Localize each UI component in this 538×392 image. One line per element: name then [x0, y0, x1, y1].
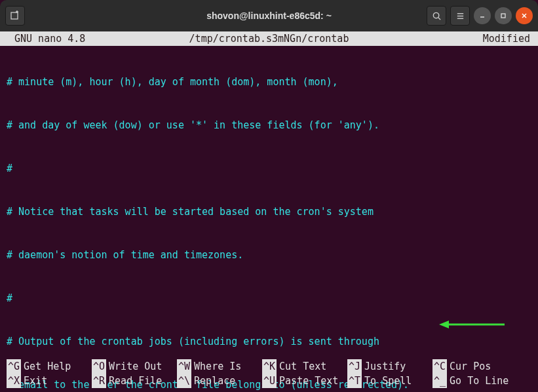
- nano-footer: ^GGet Help ^OWrite Out ^WWhere Is ^KCut …: [0, 359, 538, 392]
- shortcut-cut[interactable]: ^KCut Text: [262, 359, 347, 374]
- shortcut-justify[interactable]: ^JJustify: [347, 359, 432, 374]
- menu-button[interactable]: [450, 6, 470, 26]
- editor-line: # daemon's notion of time and timezones.: [7, 248, 531, 262]
- maximize-button[interactable]: [495, 7, 512, 24]
- editor-line: #: [7, 161, 531, 176]
- nano-file-path: /tmp/crontab.s3mNGn/crontab: [189, 31, 349, 46]
- svg-point-3: [433, 12, 438, 18]
- search-button[interactable]: [427, 6, 446, 26]
- shortcut-replace[interactable]: ^\Replace: [177, 374, 262, 388]
- titlebar: shovon@linuxhint-e86c5d: ~: [0, 0, 538, 31]
- shortcut-row: ^GGet Help ^OWrite Out ^WWhere Is ^KCut …: [7, 359, 531, 374]
- svg-line-4: [438, 17, 440, 19]
- nano-app-name: GNU nano 4.8: [8, 31, 85, 46]
- editor-line: # minute (m), hour (h), day of month (do…: [7, 75, 531, 89]
- close-button[interactable]: [516, 7, 533, 24]
- new-tab-button[interactable]: [5, 6, 25, 26]
- editor-line: # Notice that tasks will be started base…: [7, 205, 531, 219]
- shortcut-exit[interactable]: ^XExit: [7, 374, 92, 388]
- editor-content[interactable]: # minute (m), hour (h), day of month (do…: [0, 46, 538, 392]
- terminal-content[interactable]: GNU nano 4.8 /tmp/crontab.s3mNGn/crontab…: [0, 31, 538, 392]
- shortcut-help[interactable]: ^GGet Help: [7, 359, 92, 374]
- nano-status: Modified: [483, 31, 530, 46]
- shortcut-curpos[interactable]: ^CCur Pos: [432, 359, 518, 374]
- shortcut-writeout[interactable]: ^OWrite Out: [92, 359, 177, 374]
- editor-line: # Output of the crontab jobs (including …: [7, 334, 531, 349]
- shortcut-row: ^XExit ^RRead File ^\Replace ^UPaste Tex…: [7, 374, 531, 388]
- shortcut-spell[interactable]: ^TTo Spell: [347, 374, 432, 388]
- minimize-button[interactable]: [474, 7, 491, 24]
- shortcut-goto[interactable]: ^_Go To Line: [432, 374, 518, 388]
- window-title: shovon@linuxhint-e86c5d: ~: [206, 10, 332, 21]
- editor-line: # and day of week (dow) or use '*' in th…: [7, 118, 531, 132]
- nano-header: GNU nano 4.8 /tmp/crontab.s3mNGn/crontab…: [0, 31, 538, 46]
- svg-marker-13: [439, 321, 449, 328]
- arrow-annotation: [439, 319, 505, 335]
- editor-line: #: [7, 291, 531, 305]
- shortcut-paste[interactable]: ^UPaste Text: [262, 374, 347, 388]
- shortcut-whereis[interactable]: ^WWhere Is: [177, 359, 262, 374]
- shortcut-readfile[interactable]: ^RRead File: [92, 374, 177, 388]
- terminal-window: shovon@linuxhint-e86c5d: ~ GNU nano 4.8 …: [0, 0, 538, 392]
- svg-rect-0: [11, 12, 18, 19]
- svg-rect-9: [501, 14, 505, 18]
